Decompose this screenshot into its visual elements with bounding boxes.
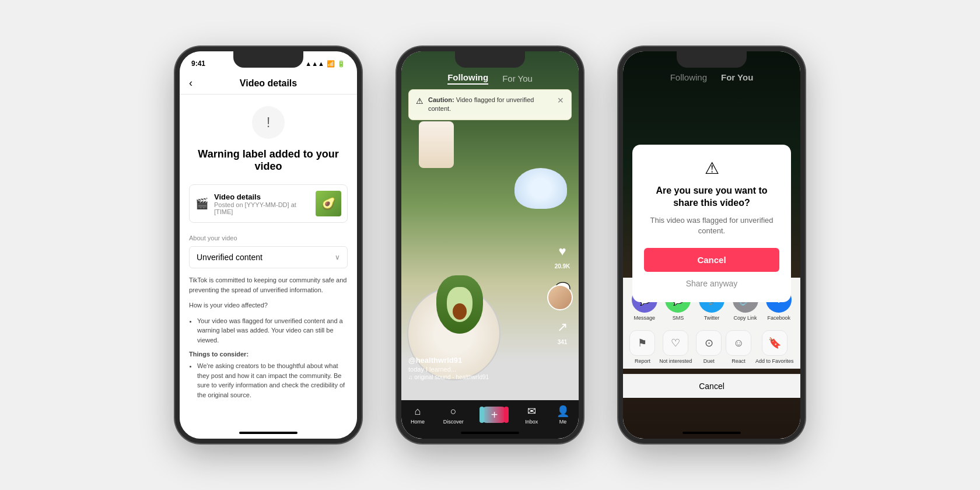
bowl-decoration [514, 168, 567, 209]
share-icon: ↗ [552, 317, 573, 338]
heart-icon: ♥ [552, 241, 573, 262]
feed-sound: ♫ original sound - healthwrld91 [408, 374, 489, 380]
modal-share-anyway-button[interactable]: Share anyway [644, 279, 779, 288]
affected-list: Your video was flagged for unverified co… [189, 316, 348, 345]
favorites-icon: 🔖 [762, 330, 788, 356]
dropdown-label: Unverified content [197, 253, 262, 262]
action-duet[interactable]: ⊙ Duet [696, 330, 722, 364]
nav-inbox-label: Inbox [525, 419, 538, 425]
caution-banner: ⚠ Caution: Video flagged for unverified … [408, 89, 572, 120]
phones-container: 9:41 ▲▲▲ 📶 🔋 ‹ Video details ! Warning l… [0, 0, 980, 490]
signal-icon: ▲▲▲ [305, 60, 324, 67]
inbox-icon: ✉ [527, 405, 536, 418]
chevron-down-icon: ∨ [335, 253, 340, 261]
phone-3: Following For You ⚠ Are you sure you wan… [618, 47, 805, 443]
duet-icon: ⊙ [696, 330, 722, 356]
share-button[interactable]: ↗ 341 [552, 317, 573, 345]
phone1-screen: 9:41 ▲▲▲ 📶 🔋 ‹ Video details ! Warning l… [180, 51, 357, 439]
nav-inbox[interactable]: ✉ Inbox [525, 405, 538, 425]
avocado-inner [447, 287, 473, 322]
home-icon: ⌂ [414, 405, 421, 418]
warning-icon-circle: ! [252, 106, 285, 139]
back-button[interactable]: ‹ [189, 77, 192, 89]
avocado-decoration [436, 275, 483, 334]
about-section-label: About your video [189, 235, 348, 242]
how-affected-label: How is your video affected? [189, 300, 348, 310]
nav-discover-label: Discover [443, 419, 464, 425]
feed-header: Following For You [401, 51, 579, 89]
action-not-interested-label: Not interested [659, 358, 692, 364]
phone3-header: Following For You [623, 51, 800, 87]
tab-following[interactable]: Following [447, 72, 488, 85]
description-text: TikTok is committed to keeping our commu… [189, 275, 348, 295]
video-info: Video details Posted on [YYYY-MM-DD] at … [214, 192, 310, 215]
exclamation-icon: ! [267, 114, 271, 131]
dessert-decoration [419, 121, 454, 168]
react-icon: ☺ [726, 330, 751, 356]
unverified-dropdown[interactable]: Unverified content ∨ [189, 246, 348, 268]
phone3-tab-for-you[interactable]: For You [721, 72, 753, 82]
share-icons-row2: ⚑ Report ♡ Not interested ⊙ Duet ☺ React [628, 330, 796, 364]
video-card-date: Posted on [YYYY-MM-DD] at [TIME] [214, 201, 310, 215]
bullet-item-2: We're asking creators to be thoughtful a… [197, 361, 348, 400]
modal-title: Are you sure you want to share this vide… [644, 185, 779, 209]
feed-username: @healthwrld91 [408, 356, 489, 365]
action-report[interactable]: ⚑ Report [629, 330, 655, 364]
action-duet-label: Duet [704, 358, 715, 364]
warning-title: Warning label added to your video [189, 148, 348, 173]
nav-bar-1: ‹ Video details [180, 72, 357, 94]
plus-icon: + [491, 408, 498, 422]
nav-title: Video details [240, 78, 297, 89]
share-facebook-label: Facebook [767, 315, 790, 321]
share-message-label: Message [634, 315, 656, 321]
phone3-tab-following[interactable]: Following [670, 72, 707, 82]
caution-close-button[interactable]: ✕ [557, 96, 564, 105]
video-thumbnail: 🥑 [316, 191, 341, 216]
time: 9:41 [191, 60, 205, 68]
discover-icon: ○ [450, 405, 457, 418]
status-icons: ▲▲▲ 📶 🔋 [305, 60, 345, 68]
like-button[interactable]: ♥ 20.9K [552, 241, 573, 270]
share-modal: ⚠ Are you sure you want to share this vi… [632, 145, 791, 302]
share-sms-label: SMS [673, 315, 684, 321]
action-favorites[interactable]: 🔖 Add to Favorites [755, 330, 794, 364]
action-react[interactable]: ☺ React [726, 330, 751, 364]
nav-home[interactable]: ⌂ Home [411, 405, 425, 425]
caution-bold: Caution: [428, 96, 454, 103]
wifi-icon: 📶 [327, 60, 335, 68]
nav-home-label: Home [411, 419, 425, 425]
action-react-label: React [732, 358, 746, 364]
phone2-screen: Following For You ⚠ Caution: Video flagg… [401, 51, 579, 439]
feed-user-info: @healthwrld91 today I learned... ♫ origi… [408, 356, 489, 380]
modal-cancel-button[interactable]: Cancel [644, 248, 779, 272]
caution-triangle-icon: ⚠ [416, 96, 424, 106]
nav-me[interactable]: 👤 Me [556, 405, 569, 425]
report-icon: ⚑ [629, 330, 655, 356]
video-icon: 🎬 [195, 197, 208, 210]
like-count: 20.9K [555, 263, 570, 270]
action-not-interested[interactable]: ♡ Not interested [659, 330, 692, 364]
tab-for-you[interactable]: For You [502, 74, 533, 83]
create-button[interactable]: + [482, 407, 506, 423]
video-card-title: Video details [214, 192, 310, 201]
consider-list: We're asking creators to be thoughtful a… [189, 361, 348, 400]
nav-discover[interactable]: ○ Discover [443, 405, 464, 425]
share-bottom-cancel-button[interactable]: Cancel [623, 374, 800, 398]
nav-me-label: Me [559, 419, 567, 425]
profile-icon: 👤 [556, 405, 569, 418]
share-copy-label: Copy Link [734, 315, 757, 321]
feed-caption: today I learned... [408, 366, 489, 373]
bottom-nav-2: ⌂ Home ○ Discover + ✉ Inbox 👤 [401, 400, 579, 439]
phone-2: Following For You ⚠ Caution: Video flagg… [397, 47, 583, 443]
action-report-label: Report [635, 358, 650, 364]
video-card[interactable]: 🎬 Video details Posted on [YYYY-MM-DD] a… [189, 184, 348, 223]
share-count: 341 [558, 339, 568, 345]
avocado-seed [453, 303, 467, 320]
modal-warning-icon: ⚠ [644, 159, 779, 178]
action-favorites-label: Add to Favorites [755, 358, 794, 364]
caution-text: Caution: Video flagged for unverified co… [428, 96, 552, 114]
nav-create[interactable]: + [482, 407, 506, 423]
user-avatar [547, 285, 573, 310]
status-bar-1: 9:41 ▲▲▲ 📶 🔋 [180, 51, 357, 72]
share-twitter-label: Twitter [704, 315, 720, 321]
